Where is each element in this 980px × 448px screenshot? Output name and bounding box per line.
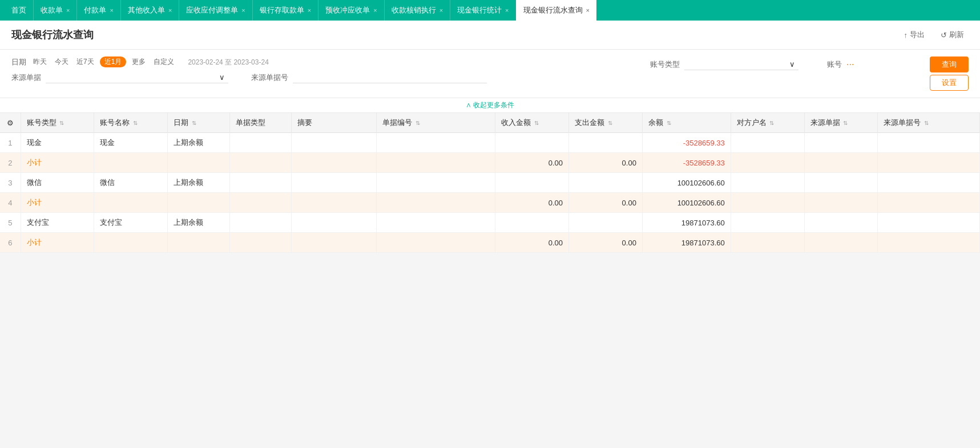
cell-balance: 19871073.60 <box>642 233 731 253</box>
cell-account-name: 微信 <box>94 173 168 193</box>
cell-date <box>168 153 230 173</box>
column-doc-no[interactable]: 单据编号 ⇅ <box>377 113 495 133</box>
cell-counterparty <box>731 133 804 153</box>
cell-balance: 19871073.60 <box>642 213 731 233</box>
cell-doc-type <box>229 193 292 213</box>
date-btn-1month[interactable]: 近1月 <box>100 56 127 67</box>
refresh-button[interactable]: ↺ 刷新 <box>936 27 969 42</box>
column-source-doc-no[interactable]: 来源单据号 ⇅ <box>878 113 980 133</box>
source-doc-no-input[interactable] <box>293 72 487 83</box>
date-btn-custom[interactable]: 自定义 <box>151 56 176 67</box>
export-button[interactable]: ↑ 导出 <box>900 27 930 42</box>
sort-icon: ⇅ <box>59 120 64 126</box>
sort-icon: ⇅ <box>133 120 138 126</box>
cell-date: 上期余额 <box>168 133 230 153</box>
close-icon[interactable]: × <box>110 7 113 14</box>
cell-summary <box>292 213 377 233</box>
export-icon: ↑ <box>904 31 908 39</box>
column-summary[interactable]: 摘要 <box>292 113 377 133</box>
source-doc-filter: 来源单据 ∨ <box>11 72 228 83</box>
close-icon[interactable]: × <box>439 7 443 14</box>
nav-tab-collection[interactable]: 收款核销执行 × <box>384 0 450 21</box>
cell-doc-no <box>377 193 495 213</box>
page-header: 现金银行流水查询 ↑ 导出 ↺ 刷新 <box>0 21 980 50</box>
column-gear[interactable]: ⚙ <box>0 113 21 133</box>
cell-doc-no <box>377 213 495 233</box>
nav-tab-adjustment[interactable]: 应收应付调整单 × <box>179 0 252 21</box>
close-icon[interactable]: × <box>241 7 245 14</box>
settings-button[interactable]: 设置 <box>930 75 969 91</box>
cell-summary <box>292 133 377 153</box>
close-icon[interactable]: × <box>373 7 377 14</box>
data-table-container: ⚙ 账号类型 ⇅ 账号名称 ⇅ 日期 ⇅ 单据类型 摘要 <box>0 113 980 253</box>
cell-date <box>168 233 230 253</box>
date-btn-7days[interactable]: 近7天 <box>74 56 96 67</box>
header-actions: ↑ 导出 ↺ 刷新 <box>900 27 969 42</box>
date-btn-yesterday[interactable]: 昨天 <box>31 56 49 67</box>
nav-tab-bank-flow[interactable]: 现金银行流水查询 × <box>516 0 596 21</box>
cell-account-name <box>94 153 168 173</box>
cell-date <box>168 193 230 213</box>
column-doc-type[interactable]: 单据类型 <box>229 113 292 133</box>
close-icon[interactable]: × <box>308 7 311 14</box>
nav-tab-payments[interactable]: 付款单 × <box>76 0 120 21</box>
nav-tab-advance[interactable]: 预收冲应收单 × <box>318 0 384 21</box>
column-date[interactable]: 日期 ⇅ <box>168 113 230 133</box>
nav-home[interactable]: 首页 <box>5 0 33 21</box>
cell-doc-no <box>377 173 495 193</box>
column-account-name[interactable]: 账号名称 ⇅ <box>94 113 168 133</box>
cell-account-name: 现金 <box>94 133 168 153</box>
sort-icon: ⇅ <box>769 120 774 126</box>
action-buttons: 查询 设置 <box>930 56 969 91</box>
date-btn-today[interactable]: 今天 <box>53 56 71 67</box>
cell-income <box>495 173 569 193</box>
table-row: 1现金现金上期余额-3528659.33 <box>0 133 980 153</box>
nav-tab-receipts[interactable]: 收款单 × <box>33 0 76 21</box>
cell-account-name <box>94 193 168 213</box>
page-title: 现金银行流水查询 <box>11 28 94 42</box>
collapse-bar[interactable]: ∧ 收起更多条件 <box>0 98 980 113</box>
cell-source-doc-no <box>878 133 980 153</box>
cell-expense <box>569 133 643 153</box>
cell-expense <box>569 213 643 233</box>
nav-tab-bank-stats[interactable]: 现金银行统计 × <box>450 0 515 21</box>
cell-source-doc <box>804 193 878 213</box>
date-filter: 日期 昨天 今天 近7天 近1月 更多 自定义 <box>11 56 176 67</box>
date-btn-more[interactable]: 更多 <box>130 56 148 67</box>
column-account-type[interactable]: 账号类型 ⇅ <box>21 113 94 133</box>
close-icon[interactable]: × <box>586 7 590 14</box>
cell-doc-type <box>229 233 292 253</box>
close-icon[interactable]: × <box>505 7 509 14</box>
account-dots-button[interactable]: ··· <box>846 59 854 70</box>
account-type-select[interactable]: ∨ <box>684 59 798 70</box>
cell-summary <box>292 193 377 213</box>
cell-summary <box>292 153 377 173</box>
table-row: 3微信微信上期余额100102606.60 <box>0 173 980 193</box>
cell-doc-no <box>377 133 495 153</box>
filter-area: 日期 昨天 今天 近7天 近1月 更多 自定义 2023-02-24 至 202… <box>0 50 980 98</box>
column-expense[interactable]: 支出金额 ⇅ <box>569 113 643 133</box>
cell-counterparty <box>731 173 804 193</box>
query-button[interactable]: 查询 <box>930 56 969 72</box>
close-icon[interactable]: × <box>66 7 70 14</box>
column-source-doc[interactable]: 来源单据 ⇅ <box>804 113 878 133</box>
cell-doc-type <box>229 133 292 153</box>
nav-tab-bank-deposit[interactable]: 银行存取款单 × <box>252 0 318 21</box>
cell-expense: 0.00 <box>569 233 643 253</box>
column-income[interactable]: 收入金额 ⇅ <box>495 113 569 133</box>
row-number: 2 <box>0 153 21 173</box>
column-counterparty[interactable]: 对方户名 ⇅ <box>731 113 804 133</box>
cell-source-doc-no <box>878 153 980 173</box>
nav-tab-other-income[interactable]: 其他收入单 × <box>120 0 179 21</box>
cell-account-type: 支付宝 <box>21 213 94 233</box>
column-balance[interactable]: 余额 ⇅ <box>642 113 731 133</box>
chevron-down-icon: ∨ <box>789 60 795 68</box>
cell-source-doc <box>804 173 878 193</box>
cell-expense <box>569 173 643 193</box>
account-type-filter: 账号类型 ∨ <box>650 59 798 70</box>
table-row: 4小计0.000.00100102606.60 <box>0 193 980 213</box>
cell-account-type: 现金 <box>21 133 94 153</box>
close-icon[interactable]: × <box>168 7 172 14</box>
row-number: 5 <box>0 213 21 233</box>
source-doc-select[interactable]: ∨ <box>46 72 228 83</box>
